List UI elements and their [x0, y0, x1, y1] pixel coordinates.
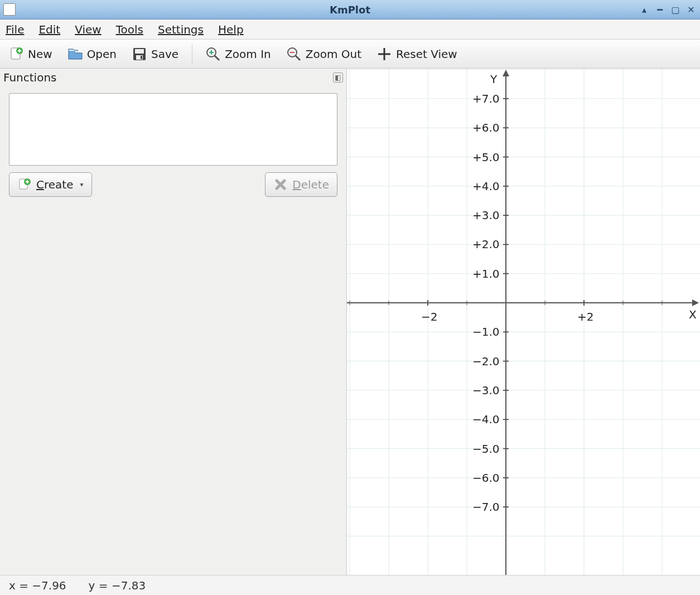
rollup-icon[interactable]: ▴ — [639, 4, 650, 15]
main-body: Functions ◧ Create ▾ Delete XY−6−2+2+6+7… — [0, 69, 700, 575]
save-button[interactable]: Save — [128, 45, 183, 64]
svg-text:+2: +2 — [577, 310, 593, 323]
svg-text:+4.0: +4.0 — [472, 180, 500, 193]
svg-rect-3 — [135, 49, 144, 54]
new-button[interactable]: New — [4, 45, 57, 64]
reset-view-button[interactable]: Reset View — [373, 45, 462, 64]
new-icon — [9, 47, 23, 61]
plot-area[interactable]: XY−6−2+2+6+7.0+6.0+5.0+4.0+3.0+2.0+1.0−1… — [347, 69, 700, 575]
app-icon — [3, 3, 16, 16]
titlebar: KmPlot ▴ ━ ▢ ✕ — [0, 0, 700, 20]
reset-view-icon — [377, 47, 392, 61]
zoom-in-icon — [206, 47, 220, 61]
svg-marker-46 — [692, 299, 699, 306]
functions-list[interactable] — [9, 93, 337, 166]
functions-buttons: Create ▾ Delete — [0, 172, 346, 197]
svg-text:−6.0: −6.0 — [472, 471, 500, 485]
svg-text:−2.0: −2.0 — [472, 355, 500, 368]
svg-text:−7.0: −7.0 — [472, 500, 500, 514]
new-label: New — [28, 47, 52, 61]
delete-icon — [273, 177, 288, 192]
detach-panel-icon[interactable]: ◧ — [333, 72, 343, 83]
x-axis-label: X — [689, 308, 697, 321]
toolbar: New Open Save Zoom In Zoom Out Reset Vie… — [0, 40, 700, 69]
window-title: KmPlot — [0, 4, 700, 16]
zoom-out-icon — [287, 47, 301, 61]
create-label: Create — [36, 178, 73, 191]
maximize-icon[interactable]: ▢ — [670, 4, 681, 15]
chevron-down-icon: ▾ — [80, 181, 83, 188]
close-icon[interactable]: ✕ — [685, 4, 697, 15]
svg-text:+3.0: +3.0 — [472, 209, 500, 222]
statusbar: x = −7.96 y = −7.83 — [0, 575, 700, 595]
y-axis-label: Y — [490, 72, 498, 86]
functions-header: Functions ◧ — [0, 69, 346, 86]
svg-text:+2.0: +2.0 — [472, 238, 500, 251]
svg-text:−5.0: −5.0 — [472, 442, 500, 456]
svg-text:+5.0: +5.0 — [472, 151, 500, 164]
delete-label: Delete — [292, 178, 329, 191]
functions-title: Functions — [3, 71, 57, 84]
svg-line-7 — [215, 56, 219, 60]
svg-text:+6.0: +6.0 — [472, 121, 500, 134]
svg-text:+1.0: +1.0 — [472, 267, 500, 280]
svg-text:+7.0: +7.0 — [472, 92, 500, 105]
open-icon — [68, 47, 83, 61]
svg-line-9 — [296, 56, 300, 60]
menu-settings[interactable]: Settings — [158, 23, 204, 36]
delete-button: Delete — [265, 172, 337, 197]
save-icon — [132, 47, 147, 61]
reset-view-label: Reset View — [396, 47, 457, 61]
menu-view[interactable]: View — [75, 23, 101, 36]
window-controls: ▴ ━ ▢ ✕ — [639, 4, 697, 15]
svg-text:−2: −2 — [421, 310, 437, 323]
save-label: Save — [151, 47, 178, 61]
svg-rect-5 — [141, 56, 142, 59]
toolbar-separator — [192, 44, 192, 64]
svg-text:−3.0: −3.0 — [472, 384, 500, 397]
create-button[interactable]: Create ▾ — [9, 172, 92, 197]
zoom-out-button[interactable]: Zoom Out — [282, 45, 366, 64]
open-button[interactable]: Open — [64, 45, 121, 64]
functions-panel: Functions ◧ Create ▾ Delete — [0, 69, 347, 575]
create-icon — [17, 177, 32, 192]
menu-tools[interactable]: Tools — [116, 23, 143, 36]
status-y: y = −7.83 — [89, 579, 146, 592]
svg-text:−4.0: −4.0 — [472, 413, 500, 426]
svg-marker-47 — [503, 70, 509, 76]
svg-text:−1.0: −1.0 — [472, 325, 500, 338]
menu-help[interactable]: Help — [218, 23, 244, 36]
open-label: Open — [87, 47, 117, 61]
menu-file[interactable]: File — [6, 23, 24, 36]
zoom-in-button[interactable]: Zoom In — [201, 45, 276, 64]
minimize-icon[interactable]: ━ — [654, 4, 665, 15]
zoom-in-label: Zoom In — [225, 47, 271, 61]
menu-edit[interactable]: Edit — [38, 23, 60, 36]
zoom-out-label: Zoom Out — [306, 47, 361, 61]
menubar: File Edit View Tools Settings Help — [0, 20, 700, 40]
status-x: x = −7.96 — [9, 579, 66, 592]
